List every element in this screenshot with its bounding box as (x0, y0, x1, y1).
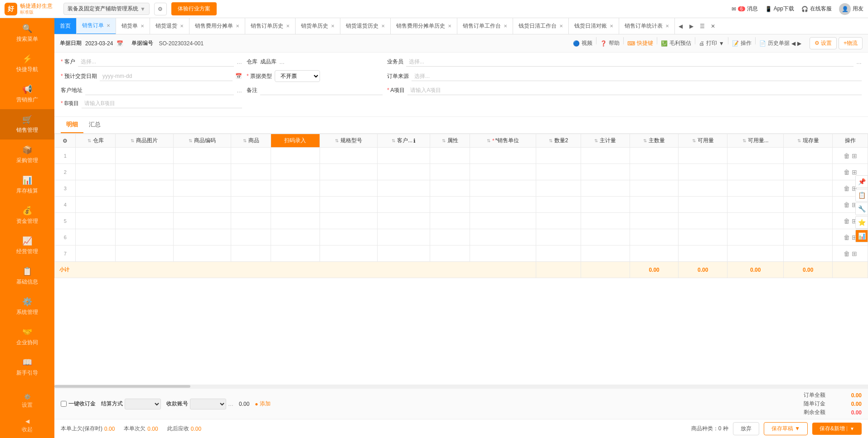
address-input[interactable] (85, 86, 234, 95)
delete-row-btn[interactable]: 🗑 (844, 168, 850, 176)
toolbar-gross-profit[interactable]: 💹 毛利预估 (661, 37, 691, 49)
tab-close-icon[interactable]: ✕ (141, 24, 144, 29)
sidebar-item-marketing[interactable]: 📢 营销推广 (0, 79, 54, 109)
sidebar-settings-btn[interactable]: ⚙️ 设置 (0, 389, 54, 414)
settlement-select[interactable] (125, 399, 161, 409)
right-panel-btn-1[interactable]: 📌 (855, 175, 868, 188)
tab-close-icon[interactable]: ✕ (665, 24, 669, 29)
sidebar-item-quick-nav[interactable]: ⚡ 快捷导航 (0, 48, 54, 79)
scrollbar-area[interactable] (54, 385, 868, 388)
th-scan[interactable]: 扫码录入 (271, 134, 320, 148)
tab-summary[interactable]: 汇总 (83, 117, 106, 133)
quick-payment-checkbox[interactable]: 一键收订金 (61, 400, 96, 408)
th-available2[interactable]: ⇅可用量... (727, 134, 784, 148)
sidebar-item-collab[interactable]: 🤝 企业协同 (0, 322, 54, 352)
th-current[interactable]: ⇅现存量 (784, 134, 833, 148)
tab-close-icon[interactable]: ✕ (448, 24, 451, 29)
address-more-btn[interactable]: … (237, 87, 242, 94)
right-panel-btn-3[interactable]: 🔧 (855, 202, 868, 215)
tab-close-icon[interactable]: ✕ (286, 24, 290, 29)
industry-button[interactable]: 体验行业方案 (171, 2, 217, 15)
copy-row-btn[interactable]: ⊞ (852, 168, 857, 176)
note-input[interactable] (260, 86, 383, 95)
logistics-btn[interactable]: +物流 (839, 37, 863, 49)
app-download-btn[interactable]: 📱 App下载 (765, 5, 794, 13)
save-draft-btn[interactable]: 保存草稿 ▼ (764, 422, 808, 435)
sidebar-item-finance[interactable]: 💰 资金管理 (0, 200, 54, 231)
settings-icon-btn[interactable]: ⚙ (154, 3, 167, 15)
right-panel-btn-5[interactable]: 📊 (855, 230, 868, 242)
delete-row-btn[interactable]: 🗑 (844, 201, 850, 208)
quick-payment-check[interactable] (61, 401, 67, 407)
delete-row-btn[interactable]: 🗑 (844, 250, 850, 257)
tab-detail[interactable]: 明细 (61, 117, 83, 133)
th-unit[interactable]: ⇅**销售单位 (470, 134, 536, 148)
staff-more-btn[interactable]: … (856, 59, 862, 65)
tab-daily-reconcile[interactable]: 钱货日清对账 ✕ (569, 18, 619, 34)
tab-sales-return[interactable]: 销货退货 ✕ (150, 18, 189, 34)
user-btn[interactable]: 👤 用友 (839, 3, 863, 15)
tab-invoice-history[interactable]: 销货单历史 ✕ (296, 18, 340, 34)
sidebar-item-purchase[interactable]: 📦 采购管理 (0, 140, 54, 170)
delete-row-btn[interactable]: 🗑 (844, 185, 850, 192)
receipt-more-btn[interactable]: … (228, 401, 233, 407)
save-draft-dropdown-icon[interactable]: ▼ (795, 425, 800, 432)
tab-expense-history[interactable]: 销售费用分摊单历史 ✕ (391, 18, 457, 34)
calendar2-icon[interactable]: 📅 (235, 73, 242, 79)
tab-order-workbench[interactable]: 销售订单工作台 ✕ (457, 18, 513, 34)
sidebar-item-operations[interactable]: 📈 经营管理 (0, 231, 54, 261)
calendar-icon[interactable]: 📅 (116, 40, 123, 47)
tab-close-icon[interactable]: ✕ (610, 24, 613, 29)
th-product[interactable]: ⇅商品 (231, 134, 271, 148)
receipt-select[interactable] (190, 399, 226, 409)
history-nav-next[interactable]: ▶ (797, 40, 801, 47)
delete-row-btn[interactable]: 🗑 (844, 234, 850, 241)
tab-sales-expense[interactable]: 销售费用分摊单 ✕ (189, 18, 245, 34)
history-nav-prev[interactable]: ◀ (791, 40, 795, 47)
tab-sales-order[interactable]: 销售订单 ✕ (77, 18, 116, 34)
th-settings[interactable]: ⚙ (55, 134, 76, 148)
print-dropdown-icon[interactable]: ▼ (719, 40, 724, 47)
sidebar-collapse-btn[interactable]: ◀ 收起 (0, 414, 54, 438)
save-new-dropdown-icon[interactable]: ▼ (847, 426, 854, 431)
th-spec[interactable]: ⇅规格型号 (320, 134, 378, 148)
a-project-input[interactable] (407, 86, 862, 95)
toolbar-operation[interactable]: 📝 操作 (732, 37, 752, 49)
th-image[interactable]: ⇅商品图片 (116, 134, 174, 148)
right-panel-btn-2[interactable]: 📋 (855, 189, 868, 202)
sidebar-item-search[interactable]: 🔍 搜索菜单 (0, 18, 54, 48)
tab-close-icon[interactable]: ✕ (180, 24, 184, 29)
tab-menu-btn[interactable]: ☰ (697, 18, 708, 34)
sidebar-item-basic[interactable]: 📋 基础信息 (0, 261, 54, 291)
tab-daily-clear[interactable]: 钱货日清工作台 ✕ (513, 18, 569, 34)
settings-btn[interactable]: ⚙ 设置 (810, 37, 837, 49)
tab-close-icon[interactable]: ✕ (331, 24, 335, 29)
abandon-btn[interactable]: 放弃 (733, 422, 759, 435)
table-container[interactable]: ⚙ ⇅仓库 ⇅商品图片 ⇅商品编码 (54, 134, 868, 385)
tab-close-icon[interactable]: ✕ (107, 23, 110, 28)
delivery-date-input[interactable] (100, 72, 233, 81)
tab-next-btn[interactable]: ▶ (686, 18, 697, 34)
customer-more-btn[interactable]: … (237, 59, 242, 65)
tab-order-stats[interactable]: 销售订单统计表 ✕ (619, 18, 675, 34)
toolbar-shortcut[interactable]: ⌨ 快捷键 (627, 37, 653, 49)
tab-return-history[interactable]: 销货退货历史 ✕ (340, 18, 391, 34)
tab-close-icon[interactable]: ✕ (236, 24, 239, 29)
ticket-type-select[interactable]: 不开票 普通发票 增值税发票 (275, 70, 320, 82)
th-code[interactable]: ⇅商品编码 (173, 134, 231, 148)
copy-row-btn[interactable]: ⊞ (852, 152, 857, 159)
right-panel-btn-4[interactable]: ⭐ (855, 216, 868, 229)
tab-prev-btn[interactable]: ◀ (675, 18, 686, 34)
sidebar-item-inventory[interactable]: 📊 库存核算 (0, 170, 54, 200)
th-customer[interactable]: ⇅客户...ℹ (378, 134, 430, 148)
th-warehouse[interactable]: ⇅仓库 (76, 134, 116, 148)
toolbar-print[interactable]: 🖨 打印 ▼ (699, 37, 724, 49)
th-attr[interactable]: ⇅属性 (430, 134, 470, 148)
b-project-input[interactable] (82, 99, 242, 108)
system-selector[interactable]: 装备及固定资产辅助管理系统 ▼ (63, 3, 150, 15)
sidebar-item-sales[interactable]: 🛒 销售管理 (0, 109, 54, 140)
sidebar-item-system[interactable]: ⚙️ 系统管理 (0, 291, 54, 322)
toolbar-video[interactable]: 🔵 视频 (573, 37, 592, 49)
scrollbar-thumb[interactable] (54, 385, 190, 388)
tab-close-icon[interactable]: ✕ (504, 24, 507, 29)
